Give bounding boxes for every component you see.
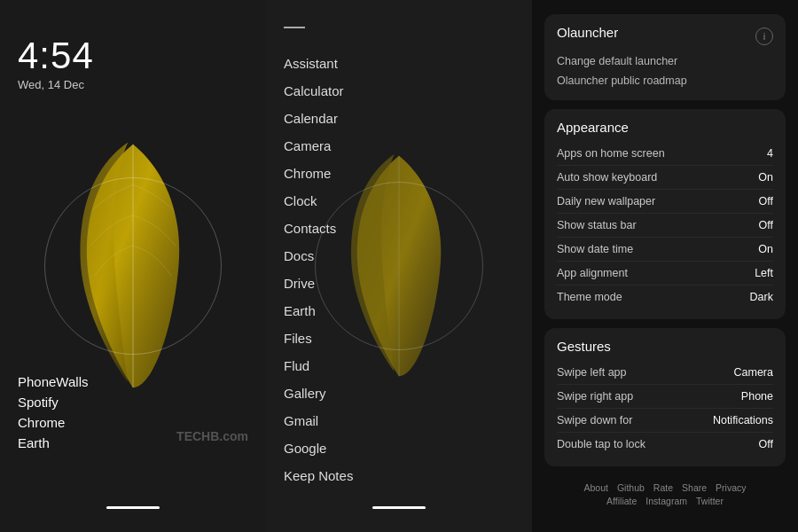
olauncher-section: Olauncher i Change default launcher Olau… [544,14,786,100]
olauncher-title: Olauncher [557,25,618,40]
menu-item-chrome[interactable]: Chrome [284,160,514,187]
footer-link-github[interactable]: Github [617,482,645,493]
setting-label: Swipe left app [557,366,627,379]
setting-apps-home[interactable]: Apps on home screen 4 [557,142,773,166]
left-panel: 4:54 Wed, 14 Dec PhoneWalls Spotify Chro… [0,0,266,532]
footer-link-about[interactable]: About [583,482,607,493]
setting-value: Left [755,267,773,279]
footer-row-1: About Github Rate Share Privacy [544,482,786,493]
menu-item-docs[interactable]: Docs [284,242,514,270]
olauncher-links: Change default launcher Olauncher public… [557,52,773,90]
menu-item-assistant[interactable]: Assistant [284,50,514,77]
setting-value: Phone [741,390,773,403]
menu-item-drive[interactable]: Drive [284,270,514,297]
setting-value: Off [759,438,773,450]
menu-item-gmail[interactable]: Gmail [284,407,514,434]
menu-item-keep[interactable]: Keep Notes [284,462,514,489]
setting-swipe-down[interactable]: Swipe down for Notifications [557,409,773,433]
setting-status-bar[interactable]: Show status bar Off [557,214,773,238]
setting-label: Auto show keyboard [557,171,657,184]
appearance-section: Appearance Apps on home screen 4 Auto sh… [544,109,786,319]
setting-date-time[interactable]: Show date time On [557,238,773,262]
setting-label: App alignment [557,267,628,279]
setting-value: Notifications [713,414,773,426]
appearance-title: Appearance [557,120,773,135]
info-icon[interactable]: i [755,27,773,45]
gestures-title: Gestures [557,339,773,354]
footer-link-instagram[interactable]: Instagram [645,496,687,506]
setting-label: Show date time [557,243,633,255]
menu-hamburger-line [284,27,305,28]
footer-link-affiliate[interactable]: Affiliate [606,496,637,506]
menu-item-gallery[interactable]: Gallery [284,379,514,407]
app-item[interactable]: PhoneWalls [18,372,248,392]
menu-item-clock[interactable]: Clock [284,187,514,215]
setting-double-tap[interactable]: Double tap to lock Off [557,433,773,456]
setting-value: On [758,171,773,184]
setting-label: Double tap to lock [557,438,645,450]
middle-panel: Assistant Calculator Calendar Camera Chr… [266,0,532,532]
menu-item-google[interactable]: Google [284,434,514,462]
setting-daily-wallpaper[interactable]: Daily new wallpaper Off [557,190,773,214]
menu-item-files[interactable]: Files [284,325,514,352]
setting-value: On [758,243,773,255]
link-change-launcher[interactable]: Change default launcher [557,52,773,70]
gestures-section: Gestures Swipe left app Camera Swipe rig… [544,328,786,466]
setting-swipe-left[interactable]: Swipe left app Camera [557,361,773,385]
footer-row-2: Affiliate Instagram Twitter [544,496,786,506]
bottom-nav-bar [106,506,160,509]
right-panel: Olauncher i Change default launcher Olau… [532,0,798,532]
menu-item-calculator[interactable]: Calculator [284,77,514,105]
app-item[interactable]: Spotify [18,392,248,412]
middle-bottom-bar [372,506,426,509]
setting-auto-keyboard[interactable]: Auto show keyboard On [557,166,773,190]
menu-item-camera[interactable]: Camera [284,132,514,160]
clock-date: Wed, 14 Dec [18,78,248,91]
menu-item-contacts[interactable]: Contacts [284,215,514,242]
setting-swipe-right[interactable]: Swipe right app Phone [557,385,773,409]
setting-label: Swipe right app [557,390,633,403]
setting-value: 4 [767,147,773,160]
app-drawer-list: Assistant Calculator Calendar Camera Chr… [284,50,514,506]
clock-time: 4:54 [18,35,248,76]
setting-label: Theme mode [557,291,622,303]
setting-value: Dark [750,291,773,303]
watermark: TECHB.com [176,429,248,443]
link-roadmap[interactable]: Olauncher public roadmap [557,72,773,90]
time-display: 4:54 Wed, 14 Dec [18,35,248,91]
footer-link-rate[interactable]: Rate [653,482,673,493]
menu-item-flud[interactable]: Flud [284,352,514,379]
setting-label: Swipe down for [557,414,632,426]
setting-value: Camera [734,366,773,379]
setting-value: Off [759,219,773,231]
setting-label: Apps on home screen [557,147,665,160]
footer-link-share[interactable]: Share [682,482,707,493]
menu-item-calendar[interactable]: Calendar [284,105,514,132]
setting-value: Off [759,195,773,207]
setting-label: Show status bar [557,219,637,231]
setting-label: Daily new wallpaper [557,195,655,207]
footer-link-privacy[interactable]: Privacy [716,482,746,493]
footer-link-twitter[interactable]: Twitter [696,496,724,506]
setting-theme-mode[interactable]: Theme mode Dark [557,286,773,309]
menu-item-earth[interactable]: Earth [284,297,514,325]
setting-app-alignment[interactable]: App alignment Left [557,262,773,286]
footer-links: About Github Rate Share Privacy Affiliat… [544,482,786,509]
